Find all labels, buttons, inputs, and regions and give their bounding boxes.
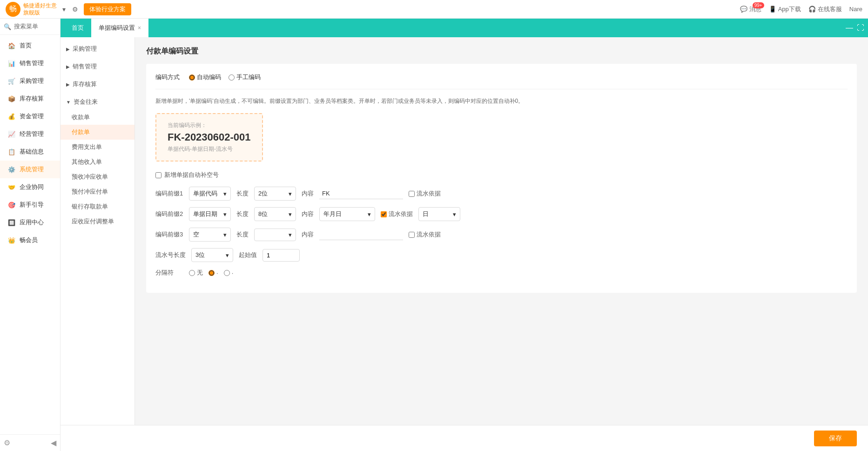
sub-item-prepay-recv-label: 预收冲应收单 [72,173,108,180]
sidebar-item-member[interactable]: 👑 畅会员 [0,231,60,249]
prefix3-row: 编码前缀3 空 ▾ 长度 ▾ 内容 [155,228,848,242]
serial-row: 流水号长度 3位 ▾ 起始值 [155,248,848,262]
sep-dash-radio[interactable] [209,270,215,276]
sub-item-payment[interactable]: 付款单 [61,125,135,140]
prefix3-serial-checkbox[interactable] [409,232,415,238]
prefix1-content-label: 内容 [302,189,314,198]
start-value-input[interactable] [262,249,300,262]
sidebar-item-purchase[interactable]: 🛒 采购管理 [0,72,60,90]
prefix1-label: 编码前缀1 [155,189,183,198]
serial-length-select[interactable]: 3位 ▾ [191,248,233,262]
sep-none-radio[interactable] [189,270,195,276]
prefix2-length-select[interactable]: 8位 ▾ [254,207,296,221]
prefix2-serial-unit-select[interactable]: 日 ▾ [418,207,460,221]
page-title: 付款单编码设置 [146,47,857,56]
sub-item-prepay-pay[interactable]: 预付冲应付单 [61,184,135,199]
search-icon: 🔍 [4,23,11,30]
username: Nare [849,6,862,13]
sidebar-item-system[interactable]: ⚙️ 系统管理 [0,161,60,178]
logo-icon: 畅 [6,2,20,17]
prefix1-serial-checkbox[interactable] [409,191,415,197]
sub-item-other-income-label: 其他收入单 [72,158,102,165]
app-download-label: App下载 [778,5,801,13]
search-menu[interactable]: 🔍 搜索菜单 [0,19,60,35]
logo-line1: 畅捷通好生意 [23,2,57,9]
sidebar-item-apps[interactable]: 🔲 应用中心 [0,214,60,231]
prefix2-select[interactable]: 单据日期 ▾ [189,207,231,221]
main-layout: 🔍 搜索菜单 🏠 首页 📊 销售管理 🛒 采购管理 📦 库存核算 💰 [0,19,868,451]
sub-header-inventory-label: 库存核算 [73,80,97,88]
save-button[interactable]: 保存 [814,431,857,446]
prefix3-select[interactable]: 空 ▾ [189,228,231,242]
logo-line2: 旗舰版 [23,9,57,16]
auto-encode-radio[interactable] [189,74,195,81]
prefix3-label: 编码前缀3 [155,230,183,239]
sub-item-adjust[interactable]: 应收应付调整单 [61,214,135,229]
prefix3-serial-check: 流水依据 [409,230,441,239]
prefix2-serial-checkbox[interactable] [381,211,387,217]
chevron-right-icon: ▶ [66,47,70,52]
sidebar-bottom: ⚙ ◀ [0,434,60,451]
chevron-down-icon: ▼ [66,100,71,105]
sales-icon: 📊 [7,59,16,67]
sidebar-item-finance[interactable]: 💰 资金管理 [0,108,60,125]
settings-btn[interactable]: ⚙ [70,5,80,14]
sep-other-radio[interactable] [224,270,230,276]
settings-bottom-btn[interactable]: ⚙ [4,438,10,447]
tab-close-icon[interactable]: × [138,25,141,31]
sub-header-finance[interactable]: ▼ 资金往来 [61,94,135,110]
sub-header-purchase[interactable]: ▶ 采购管理 [61,41,135,57]
separator-row: 分隔符 无 · · [155,269,848,277]
sub-header-inventory[interactable]: ▶ 库存核算 [61,76,135,92]
chevron-right-icon2: ▶ [66,64,70,69]
serial-length-label: 流水号长度 [155,251,186,259]
prefix1-length-select[interactable]: 2位 ▾ [254,187,296,201]
prefix2-length-dropdown-icon: ▾ [289,211,292,218]
sub-item-bank[interactable]: 银行存取款单 [61,199,135,214]
prefix2-content-label: 内容 [302,210,314,218]
encode-type-row: 编码方式 自动编码 手工编码 [155,73,848,89]
sep-other-option[interactable]: · [224,269,234,276]
finance-icon: 💰 [7,112,16,121]
prefix1-dropdown-icon: ▾ [223,190,227,197]
manual-encode-radio[interactable] [229,74,235,81]
sep-dash-option[interactable]: · [209,269,218,276]
collapse-btn[interactable]: ◀ [51,438,56,447]
sidebar-item-home[interactable]: 🏠 首页 [0,37,60,54]
user-info[interactable]: Nare [849,6,862,13]
sidebar-item-enterprise[interactable]: 🤝 企业协同 [0,178,60,196]
app-download-btn[interactable]: 📱 App下载 [769,5,801,13]
prefix3-dropdown-icon: ▾ [223,231,227,238]
prefix3-value: 空 [193,230,199,239]
sidebar-item-inventory[interactable]: 📦 库存核算 [0,90,60,108]
sub-item-prepay-recv[interactable]: 预收冲应收单 [61,169,135,184]
sub-header-sales[interactable]: ▶ 销售管理 [61,59,135,74]
trial-button[interactable]: 体验行业方案 [84,3,131,15]
sub-item-receipt[interactable]: 收款单 [61,110,135,125]
manual-encode-option[interactable]: 手工编码 [229,73,261,81]
tab-home[interactable]: 首页 [64,19,91,37]
online-service-btn[interactable]: 🎧 在线客服 [808,5,842,13]
tab-maximize-btn[interactable]: ⛶ [857,24,864,32]
prefix1-length-label: 长度 [236,189,249,198]
sub-item-other-income[interactable]: 其他收入单 [61,155,135,169]
sidebar-item-newbie[interactable]: 🎯 新手引导 [0,196,60,214]
prefix2-content-select[interactable]: 年月日 ▾ [319,207,375,221]
online-service-label: 在线客服 [818,5,842,13]
sub-group-purchase: ▶ 采购管理 [61,41,135,57]
sidebar-item-basic[interactable]: 📋 基础信息 [0,143,60,161]
tab-encode-setting[interactable]: 单据编码设置 × [91,19,148,37]
prefix3-length-select[interactable]: ▾ [254,229,296,241]
sub-item-expense[interactable]: 费用支出单 [61,140,135,155]
sidebar-item-operation[interactable]: 📈 经营管理 [0,125,60,143]
message-btn[interactable]: 💬 消息 99+ [740,5,761,13]
auto-encode-option[interactable]: 自动编码 [189,73,221,81]
tab-minimize-btn[interactable]: — [846,24,853,32]
prefix1-select[interactable]: 单据代码 ▾ [189,187,231,201]
auto-fill-checkbox[interactable] [155,172,161,178]
sidebar-item-sales[interactable]: 📊 销售管理 [0,54,60,72]
member-icon: 👑 [7,236,16,244]
sep-none-option[interactable]: 无 [189,269,203,277]
dropdown-btn[interactable]: ▾ [61,5,67,14]
sub-group-finance: ▼ 资金往来 收款单 付款单 费用支出单 其他收入单 [61,94,135,229]
